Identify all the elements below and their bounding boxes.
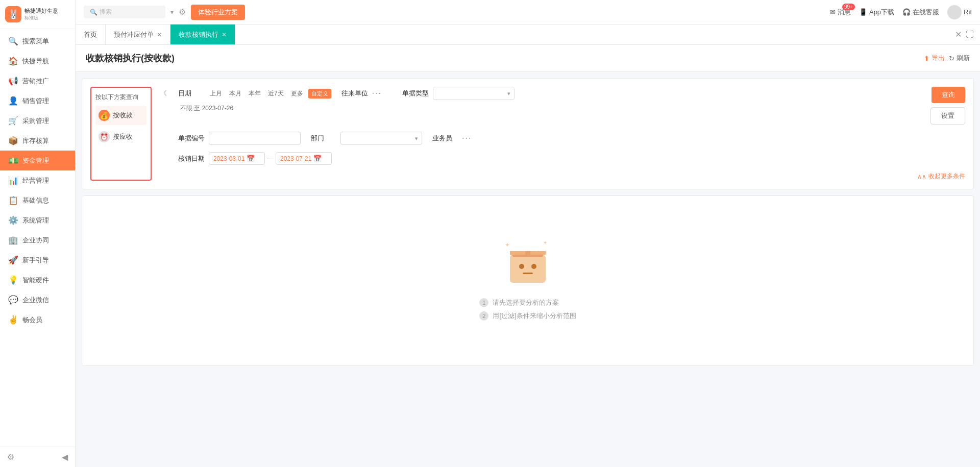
quick-nav-icon: 🏠: [8, 56, 18, 66]
date-this-month-btn[interactable]: 本月: [227, 88, 243, 99]
verify-date-from-input[interactable]: 2023-03-01 📅: [209, 152, 265, 165]
settings-gear-icon[interactable]: ⚙: [7, 452, 14, 462]
user-avatar: [947, 5, 962, 19]
collapse-icon: 《: [160, 89, 167, 98]
collapse-more-button[interactable]: ∧∧ 收起更多条件: [917, 172, 965, 181]
sidebar-item-sales[interactable]: 👤 销售管理: [0, 91, 75, 111]
enterprise-icon: 🏢: [8, 235, 18, 245]
online-service-button[interactable]: 🎧 在线客服: [902, 8, 939, 17]
tab-prepay-label: 预付冲应付单: [114, 30, 154, 39]
verify-date-to-calendar-icon[interactable]: 📅: [313, 155, 322, 162]
message-icon: ✉: [830, 8, 836, 16]
topbar-gear-icon[interactable]: ⚙: [179, 7, 186, 17]
sidebar-item-label: 搜索菜单: [22, 37, 49, 46]
message-button[interactable]: ✉ 消息 99+: [830, 8, 851, 17]
by-receipt-icon: 💰: [99, 110, 110, 121]
export-icon: ⬆: [924, 55, 929, 62]
filter-row-verify-date: 核销日期 2023-03-01 📅 — 2023-07-21 📅: [178, 152, 965, 165]
sidebar-item-wechat[interactable]: 💬 企业微信: [0, 290, 75, 310]
verify-date-from-value: 2023-03-01: [213, 155, 244, 162]
sidebar-item-label: 系统管理: [22, 216, 49, 225]
tab-receipt-cancel[interactable]: 收款核销执行 ✕: [170, 24, 235, 44]
topbar: 🔍 搜索 ▾ ⚙ 体验行业方案 ✉ 消息 99+ 📱 App下载 🎧 在线客服: [76, 0, 980, 24]
date-custom-tag[interactable]: 自定义: [308, 89, 331, 99]
refresh-button[interactable]: ↻ 刷新: [949, 54, 970, 63]
sidebar-item-label: 库存核算: [22, 136, 49, 145]
topbar-search-box[interactable]: 🔍 搜索: [84, 6, 165, 18]
settings-button[interactable]: 设置: [930, 107, 965, 125]
dept-select[interactable]: [340, 132, 422, 145]
filter-method-panel: 按以下方案查询 💰 按收款 ⏰ 按应收: [90, 87, 152, 181]
query-button[interactable]: 查询: [932, 87, 965, 103]
empty-text: 1 请先选择要分析的方案 2 用[过滤]条件来缩小分析范围: [479, 298, 576, 325]
by-receipt-label: 按收款: [113, 111, 133, 120]
system-icon: ⚙️: [8, 215, 18, 225]
tab-expand-icon[interactable]: ⛶: [966, 30, 974, 39]
voucher-type-select[interactable]: [433, 87, 514, 100]
tabbar-right: ✕ ⛶: [949, 30, 980, 39]
logo-icon: 🐰: [5, 6, 21, 22]
voucher-type-label: 单据类型: [402, 89, 429, 98]
sidebar-item-operations[interactable]: 📊 经营管理: [0, 170, 75, 190]
filter-row-2: 单据编号 部门 ▾ 业务员 ···: [178, 132, 965, 145]
tab-prepay[interactable]: 预付冲应付单 ✕: [106, 24, 170, 44]
voucher-no-label: 单据编号: [178, 134, 205, 143]
verify-date-to-value: 2023-07-21: [280, 155, 311, 162]
sidebar-item-inventory[interactable]: 📦 库存核算: [0, 131, 75, 151]
dept-label: 部门: [311, 134, 336, 143]
sidebar-item-label: 资金管理: [22, 156, 49, 165]
counterpart-dots[interactable]: ···: [372, 89, 382, 98]
sidebar-item-purchase[interactable]: 🛒 采购管理: [0, 111, 75, 131]
tab-close-all-icon[interactable]: ✕: [955, 30, 962, 39]
verify-date-from-calendar-icon[interactable]: 📅: [247, 155, 255, 162]
sidebar-item-search-menu[interactable]: 🔍 搜索菜单: [0, 31, 75, 51]
voucher-type-select-wrap: ▾: [433, 87, 514, 100]
sidebar-item-member[interactable]: ✌️ 畅会员: [0, 310, 75, 330]
tab-prepay-close-icon[interactable]: ✕: [157, 31, 162, 38]
date-last-month-btn[interactable]: 上月: [208, 88, 224, 99]
hardware-icon: 💡: [8, 275, 18, 285]
date-label: 日期: [178, 89, 204, 98]
industry-solution-button[interactable]: 体验行业方案: [191, 5, 245, 20]
empty-num-1: 1: [479, 298, 488, 307]
date-more-btn[interactable]: 更多: [289, 88, 305, 99]
collapse-sidebar-icon[interactable]: ◀: [62, 452, 68, 462]
staff-filter-group: 业务员 ···: [432, 134, 472, 143]
filter-option-by-receivable[interactable]: ⏰ 按应收: [95, 127, 146, 146]
app-download-button[interactable]: 📱 App下载: [859, 8, 894, 17]
staff-dots[interactable]: ···: [462, 134, 472, 143]
sidebar-item-label: 销售管理: [22, 96, 49, 106]
export-button[interactable]: ⬆ 导出: [924, 54, 945, 63]
tab-home[interactable]: 首页: [76, 24, 106, 44]
search-icon: 🔍: [90, 9, 97, 16]
voucher-no-filter-group: 单据编号: [178, 132, 301, 145]
user-name: Rit: [964, 8, 972, 16]
date-this-year-btn[interactable]: 本年: [247, 88, 263, 99]
voucher-no-input[interactable]: [209, 132, 301, 145]
filter-collapse-button[interactable]: 《: [160, 87, 170, 181]
filter-method-title: 按以下方案查询: [95, 93, 146, 102]
verify-date-to-input[interactable]: 2023-07-21 📅: [276, 152, 332, 165]
topbar-dropdown-arrow[interactable]: ▾: [170, 9, 174, 16]
tab-receipt-cancel-label: 收款核销执行: [179, 30, 218, 39]
user-menu[interactable]: Rit: [947, 5, 972, 19]
sidebar-item-finance[interactable]: 💵 资金管理: [0, 151, 75, 170]
sidebar-item-guide[interactable]: 🚀 新手引导: [0, 250, 75, 270]
sidebar-item-basic-info[interactable]: 📋 基础信息: [0, 190, 75, 210]
date-shortcuts: 上月 本月 本年 近7天 更多 自定义: [208, 88, 331, 99]
counterpart-label: 往来单位: [341, 89, 368, 98]
tab-receipt-cancel-close-icon[interactable]: ✕: [222, 31, 227, 38]
sidebar-item-label: 基础信息: [22, 196, 49, 205]
svg-text:·: ·: [538, 249, 539, 253]
counterpart-filter-group: 往来单位 ···: [341, 89, 382, 98]
empty-hint-1-label: 请先选择要分析的方案: [493, 298, 559, 307]
date-last-7days-btn[interactable]: 近7天: [266, 88, 286, 99]
sidebar-item-marketing[interactable]: 📢 营销推广: [0, 71, 75, 91]
svg-point-5: [531, 264, 536, 269]
sidebar-item-quick-nav[interactable]: 🏠 快捷导航: [0, 51, 75, 71]
sidebar-item-system[interactable]: ⚙️ 系统管理: [0, 210, 75, 230]
filter-option-by-receipt[interactable]: 💰 按收款: [95, 106, 146, 125]
sidebar-item-hardware[interactable]: 💡 智能硬件: [0, 270, 75, 290]
app-download-label: App下载: [869, 8, 894, 17]
sidebar-item-enterprise[interactable]: 🏢 企业协同: [0, 230, 75, 250]
